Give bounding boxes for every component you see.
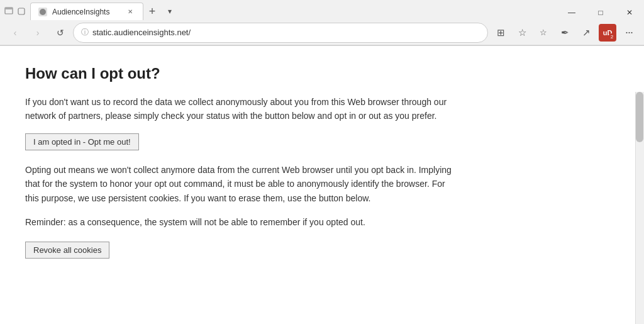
svg-rect-2 (18, 8, 25, 14)
favorites-button[interactable]: ☆ (512, 23, 532, 43)
scrollbar-thumb[interactable] (636, 92, 643, 142)
opt-out-button[interactable]: I am opted in - Opt me out! (25, 133, 139, 150)
paragraph-2: Opting out means we won't collect anymor… (25, 163, 453, 205)
tab-close-button[interactable]: ✕ (125, 7, 135, 17)
extension-ublock-button[interactable]: uD 2 (597, 23, 618, 43)
browser-tab-active[interactable]: AudienceInsights ✕ (30, 3, 143, 20)
tab-title: AudienceInsights (52, 8, 109, 16)
reader-view-button[interactable]: ⊞ (491, 23, 511, 43)
address-bar[interactable]: ⓘ static.audienceinsights.net/ (73, 23, 488, 43)
forward-button[interactable]: › (28, 23, 48, 43)
extension-badge: 2 (608, 33, 616, 41)
minimize-button[interactable]: — (557, 3, 586, 23)
paragraph-1: If you don't want us to record the data … (25, 95, 453, 123)
revoke-cookies-button[interactable]: Revoke all cookies (25, 242, 109, 259)
page-content: How can I opt out? If you don't want us … (0, 46, 478, 324)
close-button[interactable]: ✕ (615, 3, 644, 23)
window-icon-tab (4, 6, 14, 16)
page-heading: How can I opt out? (25, 65, 453, 82)
refresh-button[interactable]: ↺ (50, 23, 70, 43)
share-button[interactable]: ↗ (576, 23, 596, 43)
main-layout: How can I opt out? If you don't want us … (0, 46, 644, 324)
svg-rect-1 (5, 8, 13, 9)
back-button[interactable]: ‹ (5, 23, 25, 43)
maximize-button[interactable]: □ (586, 3, 615, 23)
tab-favicon (38, 8, 47, 16)
browser-chrome: AudienceInsights ✕ + ▾ — □ ✕ ‹ › ↺ ⓘ sta… (0, 0, 644, 46)
hub-button[interactable]: ☆ (533, 23, 553, 43)
lock-icon: ⓘ (81, 27, 89, 38)
window-icon-pin (16, 6, 26, 16)
scrollbar-track[interactable] (635, 92, 644, 324)
address-text: static.audienceinsights.net/ (92, 28, 480, 37)
more-button[interactable]: ··· (619, 23, 639, 43)
window-controls: — □ ✕ (557, 3, 644, 20)
annotation-button[interactable]: ✒ (555, 23, 575, 43)
svg-point-3 (40, 9, 46, 15)
paragraph-3: Reminder: as a consequence, the system w… (25, 215, 453, 229)
navigation-bar: ‹ › ↺ ⓘ static.audienceinsights.net/ ⊞ ☆… (0, 20, 644, 45)
toolbar-actions: ⊞ ☆ ☆ ✒ ↗ uD 2 ··· (491, 23, 639, 43)
new-tab-button[interactable]: + (143, 3, 161, 20)
tab-menu-button[interactable]: ▾ (161, 3, 179, 20)
